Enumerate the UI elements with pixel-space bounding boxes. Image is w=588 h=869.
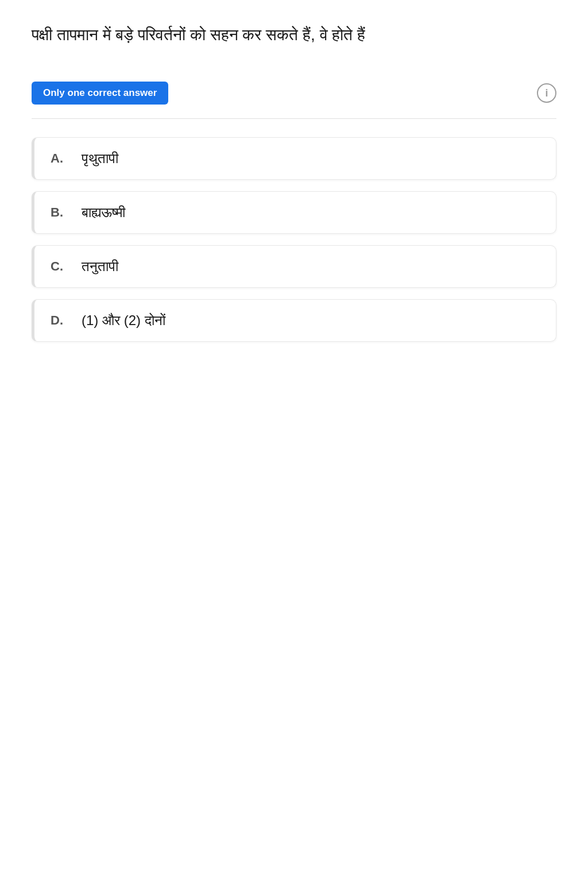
option-b-label: B.	[51, 205, 69, 220]
question-text: पक्षी तापमान में बड़े परिवर्तनों को सहन …	[32, 23, 556, 47]
option-d[interactable]: D. (1) और (2) दोनों	[32, 299, 556, 342]
option-a-text: पृथुतापी	[82, 150, 118, 167]
option-a-label: A.	[51, 151, 69, 166]
answer-type-badge: Only one correct answer	[32, 82, 168, 105]
option-c-label: C.	[51, 259, 69, 274]
option-b-text: बाह्यऊष्मी	[82, 204, 125, 221]
option-a[interactable]: A. पृथुतापी	[32, 137, 556, 180]
options-list: A. पृथुतापी B. बाह्यऊष्मी C. तनुतापी D. …	[32, 137, 556, 342]
option-d-text: (1) और (2) दोनों	[82, 312, 165, 329]
badge-row: Only one correct answer i	[32, 82, 556, 105]
option-b[interactable]: B. बाह्यऊष्मी	[32, 191, 556, 234]
section-divider	[32, 118, 556, 119]
info-icon[interactable]: i	[537, 83, 556, 103]
option-c[interactable]: C. तनुतापी	[32, 245, 556, 288]
option-c-text: तनुतापी	[82, 258, 118, 275]
option-d-label: D.	[51, 313, 69, 328]
